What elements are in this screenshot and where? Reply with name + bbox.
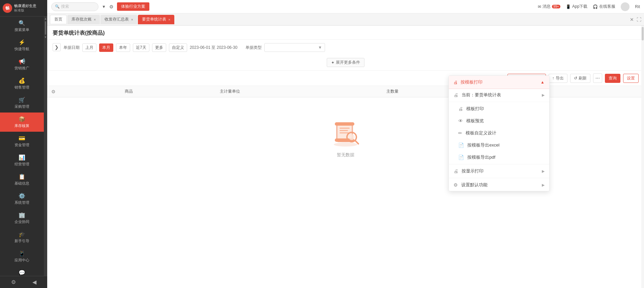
- dropdown-item-template-print[interactable]: 🖨 模板打印: [449, 103, 549, 115]
- dropdown-item-export-pdf[interactable]: 📄 按模板导出pdf: [449, 151, 549, 163]
- sidebar-item-search[interactable]: 🔍 搜索菜单: [0, 17, 44, 36]
- refresh-label: 刷新: [579, 75, 587, 81]
- search-icon: 🔍: [19, 20, 25, 26]
- sidebar-item-inventory[interactable]: 📦 库存核算: [0, 113, 44, 132]
- current-template-left: 🖨 当前：要货单统计表: [453, 92, 501, 98]
- tab-order-stats[interactable]: 要货单统计表 ×: [138, 15, 174, 24]
- app-center-icon: 📱: [19, 250, 25, 257]
- sidebar-item-system[interactable]: ⚙️ 系统管理: [0, 189, 44, 209]
- topbar-gear-icon[interactable]: ⚙: [109, 4, 114, 9]
- window-buttons: ✕ ⛶: [630, 17, 641, 22]
- right-scrollbar[interactable]: [641, 26, 644, 288]
- sidebar-item-enterprise[interactable]: 🏢 企业协同: [0, 209, 44, 228]
- sidebar-item-marketing[interactable]: 📢 营销推广: [0, 55, 44, 74]
- empty-state-row: 暂无数据: [47, 97, 644, 179]
- topbar-search-text: 搜索: [61, 4, 69, 9]
- tab-collect-summary[interactable]: 收发存汇总表 ×: [100, 15, 137, 24]
- current-template-arrow: ▶: [542, 93, 545, 97]
- window-close-icon[interactable]: ✕: [630, 17, 634, 22]
- tab-home-label: 首页: [54, 17, 62, 22]
- sidebar-item-finance[interactable]: 💳 资金管理: [0, 132, 44, 151]
- sidebar-item-basic[interactable]: 📋 基础信息: [0, 170, 44, 189]
- dropdown-item-template-preview[interactable]: 👁 模板预览: [449, 115, 549, 127]
- app-subtitle: 标准版: [14, 8, 36, 13]
- topbar-right: ✉ 消息 99+ 📱 App下载 🎧 在线客服 Rit: [538, 2, 640, 11]
- user-avatar[interactable]: [621, 2, 630, 11]
- display-print-arrow: ▶: [542, 169, 545, 173]
- dropdown-header-controls: ▲: [540, 80, 545, 85]
- refresh-icon: ↺: [574, 76, 577, 81]
- sidebar-scroll-down[interactable]: ▼: [44, 36, 47, 39]
- filter-expand-toggle[interactable]: ❯: [53, 43, 61, 51]
- sidebar-item-label: 企业协同: [14, 219, 29, 224]
- topbar-dropdown-arrow[interactable]: ▼: [102, 4, 106, 9]
- collapse-icon[interactable]: ◀: [32, 279, 36, 285]
- sidebar-item-quick-nav[interactable]: ⚡ 快捷导航: [0, 36, 44, 55]
- set-default-left: ⚙ 设置默认功能: [453, 182, 488, 188]
- sidebar-item-label: 快捷导航: [14, 46, 29, 52]
- topbar-app-download[interactable]: 📱 App下载: [566, 4, 587, 9]
- topbar-search-box[interactable]: 🔍 搜索: [51, 2, 98, 11]
- settings-bottom-icon[interactable]: ⚙: [11, 279, 16, 285]
- sidebar-scroll-up[interactable]: ▲: [44, 17, 47, 20]
- sidebar-item-guide[interactable]: 🎓 新手引导: [0, 228, 44, 247]
- query-button[interactable]: 查询: [605, 74, 620, 83]
- sidebar: 畅 畅康通好生意 标准版 🔍 搜索菜单 ⚡ 快捷导航 📢 营销推广 💰 销售管理: [0, 0, 47, 288]
- online-service-label: 在线客服: [599, 4, 615, 9]
- sidebar-item-label: 营销推广: [14, 66, 29, 71]
- dropdown-display-print[interactable]: 🖨 按显示打印 ▶: [449, 165, 549, 177]
- tab-collect-label: 收发存汇总表: [105, 17, 129, 22]
- date-current-year[interactable]: 本年: [116, 43, 130, 52]
- date-prev-month[interactable]: 上月: [82, 43, 96, 52]
- refresh-button[interactable]: ↺ 刷新: [570, 74, 590, 83]
- topbar-message[interactable]: ✉ 消息 99+: [538, 4, 560, 9]
- window-maximize-icon[interactable]: ⛶: [637, 17, 641, 22]
- dropdown-print-icon: 🖨: [453, 80, 458, 85]
- date-custom[interactable]: 自定义: [169, 43, 187, 52]
- sidebar-item-sales[interactable]: 💰 销售管理: [0, 74, 44, 93]
- date-current-month[interactable]: 本月: [99, 43, 113, 52]
- column-settings-icon[interactable]: ⚙: [51, 89, 56, 94]
- date-last-7days[interactable]: 近7天: [133, 43, 149, 52]
- display-print-label: 按显示打印: [462, 168, 484, 174]
- tab-collect-close[interactable]: ×: [131, 18, 133, 22]
- dropdown-current-template[interactable]: 🖨 当前：要货单统计表 ▶: [449, 89, 549, 101]
- dropdown-header: 🖨 按模板打印 ▲: [449, 76, 549, 89]
- system-icon: ⚙️: [19, 193, 25, 199]
- data-table: ⚙ 商品 主计量单位 主数量 零售金额: [47, 86, 644, 178]
- svg-rect-3: [335, 122, 354, 126]
- dropdown-item-template-design[interactable]: ✏ 模板自定义设计: [449, 127, 549, 139]
- trial-button[interactable]: 体验行业方案: [117, 2, 149, 11]
- more-button[interactable]: ···: [593, 73, 602, 83]
- topbar-online-service[interactable]: 🎧 在线客服: [593, 4, 615, 9]
- sidebar-item-app-center[interactable]: 📱 应用中心: [0, 247, 44, 266]
- settings-button[interactable]: 设置: [623, 74, 639, 83]
- marketing-icon: 📢: [19, 58, 25, 65]
- operations-icon: 📊: [19, 154, 25, 161]
- tab-order-close[interactable]: ×: [168, 18, 170, 22]
- sidebar-item-wechat[interactable]: 💬 企业微信: [0, 266, 44, 276]
- enterprise-icon: 🏢: [19, 212, 25, 218]
- svg-line-10: [355, 140, 358, 144]
- dropdown-item-export-excel[interactable]: 📄 按模板导出excel: [449, 139, 549, 151]
- tab-batch-close[interactable]: ×: [94, 18, 96, 22]
- sidebar-item-operations[interactable]: 📊 经营管理: [0, 151, 44, 170]
- date-more[interactable]: 更多: [152, 43, 166, 52]
- dropdown-set-default[interactable]: ⚙ 设置默认功能 ▶: [449, 179, 549, 191]
- sidebar-item-label: 经营管理: [14, 162, 29, 167]
- expand-more-button[interactable]: ✦ 展开更多条件: [327, 58, 364, 67]
- empty-state: 暂无数据: [47, 97, 644, 178]
- download-icon: 📱: [566, 4, 571, 9]
- sidebar-header: 畅 畅康通好生意 标准版: [0, 0, 47, 17]
- svg-rect-5: [340, 128, 350, 129]
- export-button[interactable]: ↑ 导出: [549, 74, 567, 83]
- tab-home[interactable]: 首页: [50, 15, 67, 24]
- col-product: 商品: [121, 86, 216, 97]
- tab-batch-account[interactable]: 库存批次账 ×: [67, 15, 100, 24]
- tabbar: 首页 库存批次账 × 收发存汇总表 × 要货单统计表 × ✕ ⛶: [47, 13, 644, 26]
- type-select[interactable]: ▼: [264, 43, 325, 52]
- dropdown-arrow-up[interactable]: ▲: [540, 80, 545, 85]
- col-unit: 主计量单位: [216, 86, 382, 97]
- sidebar-item-purchase[interactable]: 🛒 采购管理: [0, 93, 44, 113]
- message-label: 消息: [543, 4, 551, 9]
